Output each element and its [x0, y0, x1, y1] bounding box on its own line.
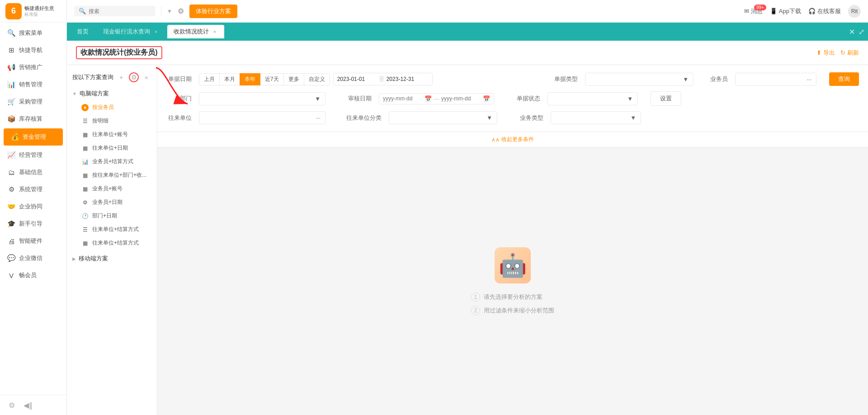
download-icon: 📱 — [770, 8, 777, 14]
sidebar: 6 畅捷通好生意 标准版 🔍 搜索菜单 ⊞ 快捷导航 📢 营销推广 📊 销售管理… — [0, 0, 67, 415]
mobile-group-title[interactable]: ▶ 移动端方案 — [67, 252, 157, 265]
sidebar-item-sales[interactable]: 📊 销售管理 — [0, 76, 66, 93]
sidebar-settings-icon[interactable]: ⚙ — [7, 401, 16, 410]
panel-add-icon[interactable]: + — [116, 72, 126, 82]
sidebar-item-guide[interactable]: 🎓 新手引导 — [0, 215, 66, 232]
online-service-btn[interactable]: 🎧 在线客服 — [808, 7, 841, 15]
calendar-from-icon[interactable]: 📅 — [425, 95, 432, 102]
dept-receipt-icon: ▦ — [81, 172, 89, 179]
tip-item-1: 1 请先选择要分析的方案 — [471, 292, 554, 302]
panel-header-icons: + ⚙ « — [116, 72, 151, 82]
tab-bank-flow[interactable]: 现金银行流水查询 × — [97, 25, 165, 38]
scheme-item-by-salesperson[interactable]: ● 按业务员 — [69, 101, 155, 114]
panel-settings-icon[interactable]: ⚙ — [129, 72, 139, 82]
date-tab-this-year[interactable]: 本年 — [240, 73, 260, 85]
customer-dropdown[interactable]: ··· — [199, 111, 326, 124]
sidebar-item-purchase[interactable]: 🛒 采购管理 — [0, 93, 66, 110]
sidebar-item-enterprise[interactable]: 🤝 企业协同 — [0, 198, 66, 215]
scheme-item-salesperson-account[interactable]: ▦ 业务员+账号 — [69, 182, 155, 195]
app-download-btn[interactable]: 📱 App下载 — [770, 7, 801, 15]
date-tab-this-month[interactable]: 本月 — [219, 73, 240, 85]
sidebar-item-member[interactable]: V 畅会员 — [0, 267, 66, 284]
salesperson-date-icon: ⚙ — [81, 199, 89, 206]
message-btn[interactable]: ✉ 消息 99+ — [744, 7, 763, 15]
trial-button[interactable]: 体验行业方案 — [189, 5, 237, 18]
sidebar-item-finance[interactable]: 💰 资金管理 — [4, 128, 63, 146]
tip-num-1: 1 — [471, 292, 480, 302]
date-from-input[interactable] — [337, 76, 377, 82]
search-icon: 🔍 — [7, 29, 15, 37]
salesperson-dropdown[interactable]: ··· — [735, 73, 816, 86]
query-button[interactable]: 查询 — [829, 72, 859, 86]
date-tab-last-7[interactable]: 近7天 — [260, 73, 284, 85]
customer-settlement1-icon: ☰ — [81, 226, 89, 233]
sidebar-item-quick-nav[interactable]: ⊞ 快捷导航 — [0, 42, 66, 59]
desktop-group-title[interactable]: ▼ 电脑端方案 — [67, 87, 157, 100]
doc-type-dropdown[interactable]: ▼ — [585, 73, 693, 86]
tab-receipt-stats-close[interactable]: × — [212, 28, 218, 35]
scheme-item-customer-settlement1[interactable]: ☰ 往来单位+结算方式 — [69, 223, 155, 236]
biz-type-dropdown[interactable]: ▼ — [551, 111, 641, 124]
panel-title: 按以下方案查询 — [72, 73, 113, 81]
doc-type-arrow-icon: ▼ — [683, 76, 689, 83]
customer-dots-icon[interactable]: ··· — [316, 114, 321, 121]
tab-receipt-stats[interactable]: 收款情况统计 × — [167, 25, 224, 38]
user-avatar[interactable]: Rit — [848, 5, 861, 18]
review-to-input[interactable] — [441, 95, 481, 102]
sidebar-bottom: ⚙ ◀‖ — [0, 395, 66, 415]
scheme-item-customer-date[interactable]: ▦ 往来单位+日期 — [69, 141, 155, 155]
date-icon: ▦ — [81, 145, 89, 152]
salesperson-account-icon: ▦ — [81, 185, 89, 193]
tab-home[interactable]: 首页 — [71, 25, 95, 38]
date-tab-more[interactable]: 更多 — [283, 73, 304, 85]
doc-status-dropdown[interactable]: ▼ — [547, 92, 638, 105]
tabs-close-all-icon[interactable]: ✕ — [849, 28, 855, 36]
scheme-item-salesperson-settlement[interactable]: 📊 业务员+结算方式 — [69, 155, 155, 168]
salesperson-arrow-icon: ··· — [807, 76, 811, 83]
export-btn[interactable]: ⬆ 导出 — [816, 49, 835, 57]
scheme-item-dept-date[interactable]: 🕐 部门+日期 — [69, 209, 155, 222]
page-content: 收款情况统计(按业务员) ⬆ 导出 ↻ 刷新 按以下方案查询 — [67, 41, 868, 415]
review-from-input[interactable] — [383, 95, 423, 102]
filter-row-date: 单据日期 上月 本月 本年 近7天 更多 自定义 — [166, 72, 859, 86]
sidebar-collapse-icon[interactable]: ◀‖ — [24, 401, 33, 410]
date-tab-custom[interactable]: 自定义 — [304, 73, 330, 85]
settlement-icon: 📊 — [81, 158, 89, 165]
calendar-to-icon[interactable]: 📅 — [483, 95, 490, 102]
customer-category-arrow-icon: ▼ — [486, 114, 492, 121]
biz-type-label: 业务类型 — [518, 114, 543, 122]
scheme-item-customer-dept-receipt[interactable]: ▦ 按往来单位+部门+收... — [69, 169, 155, 182]
search-input[interactable] — [89, 8, 147, 14]
scheme-item-customer-settlement2[interactable]: ▦ 往来单位+结算方式 — [69, 236, 155, 250]
sidebar-item-search[interactable]: 🔍 搜索菜单 — [0, 24, 66, 42]
gear-settings-icon[interactable]: ⚙ — [178, 7, 184, 15]
collapse-bar[interactable]: ∧∧ 收起更多条件 — [157, 132, 868, 147]
customer-category-dropdown[interactable]: ▼ — [389, 111, 497, 124]
sidebar-item-system[interactable]: ⚙ 系统管理 — [0, 181, 66, 198]
tab-bank-flow-close[interactable]: × — [153, 28, 159, 35]
date-tabs: 上月 本月 本年 近7天 更多 自定义 — [199, 73, 330, 85]
sidebar-item-basic[interactable]: 🗂 基础信息 — [0, 164, 66, 181]
sidebar-item-hardware[interactable]: 🖨 智能硬件 — [0, 232, 66, 250]
scheme-item-salesperson-date[interactable]: ⚙ 业务员+日期 — [69, 196, 155, 209]
date-tab-last-month[interactable]: 上月 — [199, 73, 220, 85]
settings-button[interactable]: 设置 — [651, 91, 681, 106]
sidebar-item-marketing[interactable]: 📢 营销推广 — [0, 59, 66, 76]
refresh-btn[interactable]: ↻ 刷新 — [840, 49, 859, 57]
header-search-box[interactable]: 🔍 — [74, 6, 156, 16]
sidebar-item-wechat[interactable]: 💬 企业微信 — [0, 250, 66, 267]
panel-collapse-icon[interactable]: « — [142, 72, 151, 82]
line-chart-icon: 📈 — [7, 151, 15, 159]
box-icon: 📦 — [7, 115, 15, 123]
scheme-item-customer-account[interactable]: ▦ 往来单位+账号 — [69, 128, 155, 141]
scheme-item-by-detail[interactable]: ☰ 按明细 — [69, 114, 155, 127]
divider — [161, 7, 161, 16]
sidebar-item-inventory[interactable]: 📦 库存核算 — [0, 110, 66, 127]
dept-dropdown[interactable]: ▼ — [199, 92, 326, 105]
sidebar-item-operation[interactable]: 📈 经营管理 — [0, 146, 66, 164]
date-to-input[interactable] — [387, 76, 426, 82]
dept-date-icon: 🕐 — [81, 212, 89, 220]
megaphone-icon: 📢 — [7, 63, 15, 71]
top-header: 🔍 ▼ ⚙ 体验行业方案 ✉ 消息 99+ 📱 App下载 🎧 在线客服 R — [67, 0, 868, 23]
tabs-maximize-icon[interactable]: ⤢ — [859, 28, 864, 36]
